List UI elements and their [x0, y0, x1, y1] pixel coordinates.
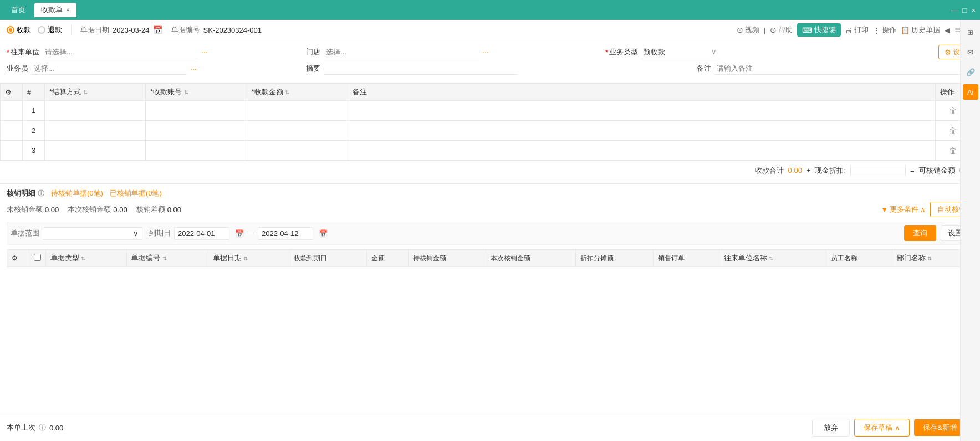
nav-left-btn[interactable]: ◀ — [945, 26, 950, 34]
help-icon: ⊙ — [770, 25, 777, 34]
toolbar-right: ⊙ 视频 | ⊙ 帮助 ⌨ 快捷键 🖨 打印 ⋮ 操作 📋 历史单据 — [737, 23, 973, 37]
tab-close-icon[interactable]: × — [66, 6, 70, 14]
business-type-field: * 业务类型 预收款 ∨ — [605, 45, 934, 59]
row1-delete-icon[interactable]: 🗑 — [949, 106, 957, 115]
discount-input[interactable] — [850, 165, 906, 176]
col-settlement-header[interactable]: *结算方式 ⇅ — [45, 84, 146, 101]
completed-tab-link[interactable]: 已核销单据(0笔) — [110, 188, 162, 198]
row3-delete-icon[interactable]: 🗑 — [949, 146, 957, 155]
bt-col-doc-date[interactable]: 单据日期 ⇅ — [208, 250, 289, 267]
bt-col-amount: 金额 — [367, 250, 409, 267]
row2-delete-icon[interactable]: 🗑 — [949, 126, 957, 135]
bt-col-doc-no[interactable]: 单据编号 ⇅ — [127, 250, 208, 267]
form-section: * 往来单位 ··· 门店 ··· * 业务类型 — [0, 40, 980, 83]
query-btn[interactable]: 查询 — [904, 225, 936, 241]
col-amount-header[interactable]: *收款金额 ⇅ — [247, 84, 348, 101]
row1-settlement-cell[interactable] — [45, 101, 146, 121]
help-btn[interactable]: ⊙ 帮助 — [770, 25, 793, 35]
bottom-table: ⚙ 单据类型 ⇅ 单据编号 ⇅ — [7, 249, 973, 267]
summary-input[interactable] — [324, 63, 518, 75]
row3-settings-cell — [1, 141, 23, 161]
due-date-start-input[interactable] — [174, 227, 229, 240]
data-table-container: ⚙ # *结算方式 ⇅ *收款账号 ⇅ *收款金额 — [0, 83, 980, 180]
chevron-down-icon: ∨ — [711, 48, 717, 56]
save-draft-chevron: ∧ — [895, 424, 900, 432]
sidebar-screenshot-icon[interactable]: Ai — [963, 84, 978, 100]
bt-col-settings[interactable]: ⚙ — [7, 250, 29, 267]
row1-settings-cell — [1, 101, 23, 121]
history-btn[interactable]: 📋 历史单据 — [901, 25, 940, 35]
counterpart-label: 往来单位 — [11, 47, 43, 57]
save-draft-btn[interactable]: 保存草稿 ∧ — [854, 419, 910, 437]
minimize-btn[interactable]: — — [951, 6, 958, 14]
receipt-type-group: 收款 退款 — [7, 25, 62, 35]
counterpart-input[interactable] — [43, 46, 198, 58]
pending-tab-link[interactable]: 待核销单据(0笔) — [51, 188, 103, 198]
date-picker-start-icon[interactable]: 📅 — [235, 229, 244, 238]
salesperson-more-btn[interactable]: ··· — [187, 64, 200, 73]
business-type-value: 预收款 — [644, 47, 665, 57]
bt-col-pending-amount: 待核销金额 — [408, 250, 486, 267]
maximize-btn[interactable]: □ — [963, 6, 967, 14]
select-all-checkbox[interactable] — [34, 254, 41, 261]
remark-field: 备注 — [697, 63, 973, 75]
radio-receipt[interactable]: 收款 — [7, 25, 31, 35]
row2-remark-cell[interactable] — [348, 121, 935, 141]
due-date-end-input[interactable] — [258, 227, 313, 240]
col-account-header[interactable]: *收款账号 ⇅ — [146, 84, 247, 101]
summary-field: 摘要 — [306, 63, 675, 75]
row1-account-cell[interactable] — [146, 101, 247, 121]
section-info-icon[interactable]: ⓘ — [38, 189, 44, 198]
row2-settings-cell — [1, 121, 23, 141]
row1-remark-cell[interactable] — [348, 101, 935, 121]
sidebar-link-icon[interactable]: 🔗 — [963, 64, 978, 80]
salesperson-input[interactable] — [32, 63, 187, 75]
range-field: 单据范围 ∨ — [11, 227, 142, 240]
sort-arrows-2: ⇅ — [184, 89, 188, 95]
print-btn[interactable]: 🖨 打印 — [845, 25, 869, 35]
remark-input[interactable] — [714, 63, 973, 75]
business-type-select[interactable]: 预收款 ∨ — [641, 45, 719, 59]
calendar-icon[interactable]: 📅 — [153, 25, 162, 34]
video-btn[interactable]: ⊙ 视频 — [737, 25, 759, 35]
range-label: 单据范围 — [11, 228, 39, 238]
counterpart-more-btn[interactable]: ··· — [198, 48, 211, 57]
row3-account-cell[interactable] — [146, 141, 247, 161]
shortcut-btn[interactable]: ⌨ 快捷键 — [797, 23, 841, 37]
row3-settlement-cell[interactable] — [45, 141, 146, 161]
row2-amount-cell[interactable] — [247, 121, 348, 141]
sidebar-mail-icon[interactable]: ✉ — [963, 44, 978, 60]
bt-col-counterpart[interactable]: 往来单位名称 ⇅ — [719, 250, 826, 267]
summary-row: 收款合计 0.00 + 现金折扣: = 可核销金额 0.00 — [0, 161, 980, 180]
row1-amount-cell[interactable] — [247, 101, 348, 121]
summary-label: 摘要 — [306, 64, 324, 74]
radio-receipt-label: 收款 — [17, 25, 31, 35]
pending-tab-label: 待核销单据(0笔) — [51, 189, 103, 197]
diff-label: 核销差额 — [136, 204, 165, 214]
store-input[interactable] — [324, 46, 479, 58]
row3-remark-cell[interactable] — [348, 141, 935, 161]
tab-active[interactable]: 收款单 × — [34, 3, 76, 17]
more-conditions-btn[interactable]: ▼ 更多条件 ∧ — [881, 204, 926, 214]
tab-home[interactable]: 首页 — [4, 3, 32, 17]
bt-col-due-date: 收款到期日 — [289, 250, 366, 267]
abandon-btn[interactable]: 放弃 — [812, 419, 850, 437]
row2-account-cell[interactable] — [146, 121, 247, 141]
row2-settlement-cell[interactable] — [45, 121, 146, 141]
store-more-btn[interactable]: ··· — [479, 48, 492, 57]
meta-no: 单据编号 SK-20230324-001 — [171, 25, 262, 35]
chevron-up-icon: ∧ — [920, 206, 926, 214]
date-picker-end-icon[interactable]: 📅 — [319, 229, 328, 238]
required-star-1: * — [7, 48, 9, 57]
row3-amount-cell[interactable] — [247, 141, 348, 161]
bt-col-doc-type[interactable]: 单据类型 ⇅ — [46, 250, 127, 267]
close-btn[interactable]: × — [971, 6, 976, 14]
col-settings-header[interactable]: ⚙ — [1, 84, 23, 101]
footer-info-icon[interactable]: ⓘ — [39, 423, 46, 433]
due-date-field: 到期日 📅 — 📅 — [149, 227, 328, 240]
radio-refund[interactable]: 退款 — [38, 25, 62, 35]
operation-btn[interactable]: ⋮ 操作 — [873, 25, 896, 35]
form-row-1: * 往来单位 ··· 门店 ··· * 业务类型 — [7, 45, 973, 59]
range-select[interactable]: ∨ — [43, 227, 142, 240]
radio-refund-label: 退款 — [48, 25, 62, 35]
